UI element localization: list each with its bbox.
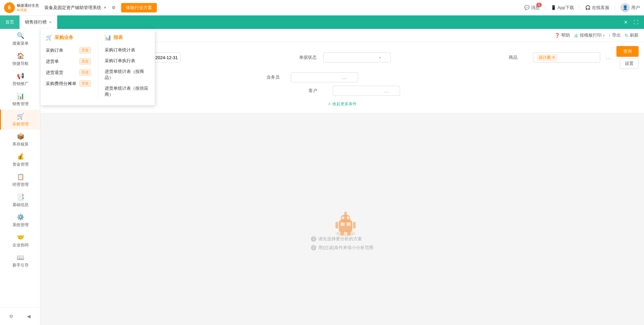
print-icon: 🖨 [574,33,578,38]
dropdown-item-stock-return[interactable]: 进货退货 历史 [46,67,91,78]
empty-illustration [329,205,356,232]
handshake-icon: 🤝 [17,234,24,241]
system-dropdown-arrow[interactable]: ▾ [104,5,106,10]
set-btn[interactable]: 设置 [620,58,639,69]
refresh-icon: ↻ [625,33,629,38]
dropdown-item-report-4[interactable]: 进货单统计表（按供应商） [105,83,150,100]
sidebar-settings-btn[interactable]: ⚙ [4,312,19,321]
search-icon: 🔍 [17,32,24,39]
svg-point-5 [342,216,344,219]
sidebar-item-system[interactable]: ⚙️ 系统管理 [0,210,40,231]
user-avatar: 👤 [620,3,630,12]
message-badge: 5 [536,3,542,7]
online-service-action[interactable]: 🎧 在线客服 [585,5,609,11]
goods-tag-remove[interactable]: ✕ [552,55,555,60]
tip-num-1: 1 [311,236,316,242]
header-center: 装备及固定资产辅助管理系统 ▾ ⚙ 体验行业方案 [44,3,524,12]
tab-maximize-btn[interactable]: ⛶ [632,18,640,26]
app-download-action[interactable]: 📱 App下载 [551,5,574,11]
export-action[interactable]: ↑ 导出 [609,32,621,38]
date-range-input[interactable]: 2024-12-31 [152,52,181,63]
salesperson-select[interactable]: … [291,72,358,82]
goods-more-btn[interactable]: … [604,54,612,60]
sidebar-item-guide[interactable]: 📖 新手引导 [0,251,40,271]
svg-rect-11 [341,231,344,235]
report-column: 📊 报表 采购订单统计表 采购订单执行表 进货单统计表（按商品） 进货单统计表（… [105,34,150,100]
sidebar-item-finance[interactable]: 💰 资金管理 [0,150,40,170]
megaphone-icon: 📢 [17,72,24,80]
salesperson-label: 业务员 [266,74,287,80]
sidebar-item-sales[interactable]: 📊 销售管理 [0,89,40,110]
print-action[interactable]: 🖨 按模板打印 ▾ [574,32,605,38]
message-action[interactable]: 💬 消息 5 [524,5,540,11]
purchase-dropdown-menu: 🛒 采购业务 采购订单 历史 进货单 历史 进货退货 历史 采购费用分摊单 [40,29,155,105]
user-action[interactable]: 👤 用户 [620,3,640,12]
history-badge-2[interactable]: 历史 [79,69,91,76]
svg-rect-2 [341,222,345,226]
chart-icon: 📊 [17,92,24,100]
home-icon: 🏠 [17,52,24,59]
svg-point-8 [344,211,347,214]
collapse-icon: ∧ [328,101,331,106]
doc-status-select[interactable]: ▾ [323,52,391,63]
help-icon: ❓ [554,33,560,38]
header-divider1 [545,5,545,10]
sidebar-item-inventory[interactable]: 📦 库存核算 [0,130,40,150]
header-divider3 [615,5,615,10]
headset-icon: 🎧 [585,5,591,10]
goods-input[interactable]: 设计桑 ✕ [533,52,600,63]
refresh-action[interactable]: ↻ 刷新 [625,32,639,38]
dropdown-item-purchase-order[interactable]: 采购订单 历史 [46,45,91,56]
phone-icon: 📱 [551,5,556,10]
sidebar-item-purchase[interactable]: 🛒 采购管理 [0,110,40,130]
sidebar-bottom: ⚙ ◀ [0,307,40,325]
customer-more[interactable]: … [382,88,390,94]
svg-point-6 [347,216,350,219]
sidebar-item-cooperation[interactable]: 🤝 企业协同 [0,231,40,251]
query-btn-group: 查询 设置 [616,46,639,69]
svg-rect-12 [347,231,351,235]
main-layout: 🔍 搜索菜单 🏠 快捷导航 📢 营销推广 📊 销售管理 🛒 采购管理 📦 库存核… [0,29,644,325]
goods-tag: 设计桑 ✕ [537,54,557,61]
header-divider2 [579,5,580,10]
svg-rect-1 [339,220,352,232]
query-btn[interactable]: 查询 [616,46,639,57]
settings-icon[interactable]: ⚙ [109,3,118,12]
sidebar-item-marketing[interactable]: 📢 营销推广 [0,69,40,89]
print-dropdown-arrow[interactable]: ▾ [603,34,605,37]
purchase-col-icon: 🛒 [46,34,52,41]
tab-close-icon[interactable]: ✕ [49,20,52,25]
doc-status-arrow: ▾ [379,56,381,59]
sidebar-item-basic-info[interactable]: 📑 基础信息 [0,190,40,210]
doc-status-label: 单据状态 [299,54,319,60]
customer-select[interactable]: … [333,86,400,96]
tab-sales-rank[interactable]: 销售排行榜 ✕ [20,15,57,29]
industry-btn[interactable]: 体验行业方案 [121,3,157,12]
dropdown-item-report-1[interactable]: 采购订单统计表 [105,45,150,55]
tab-home[interactable]: 首页 [0,15,20,29]
salesperson-more[interactable]: … [340,74,348,80]
purchase-column: 🛒 采购业务 采购订单 历史 进货单 历史 进货退货 历史 采购费用分摊单 [46,34,91,100]
nav-tabs-bar: 首页 销售排行榜 ✕ ✕ ⛶ [0,15,644,29]
dropdown-item-stock-in[interactable]: 进货单 历史 [46,56,91,67]
sidebar-item-operation[interactable]: 📋 经营管理 [0,170,40,190]
sidebar-item-search[interactable]: 🔍 搜索菜单 [0,29,40,49]
dropdown-item-purchase-expense[interactable]: 采购费用分摊单 历史 [46,78,91,89]
help-action[interactable]: ❓ 帮助 [554,32,570,38]
message-icon: 💬 [524,5,530,10]
dropdown-item-report-2[interactable]: 采购订单执行表 [105,55,150,66]
book-icon: 📖 [17,254,24,261]
dropdown-item-report-3[interactable]: 进货单统计表（按商品） [105,66,150,83]
clipboard-icon: 📋 [17,173,24,180]
customer-label: 客户 [309,88,329,94]
history-badge-3[interactable]: 历史 [79,80,91,87]
tab-close-btn[interactable]: ✕ [622,18,630,26]
sidebar-collapse-btn[interactable]: ◀ [22,312,36,321]
sidebar-item-quick-nav[interactable]: 🏠 快捷导航 [0,49,40,69]
logo-icon: 6 [4,2,15,13]
history-badge-0[interactable]: 历史 [79,47,91,53]
report-col-icon: 📊 [105,34,111,41]
empty-state: 1 请先选择要分析的方案 2 用[过滤]条件来缩小分析范围 [40,113,644,325]
logo-text: 畅捷通好生意 标准版 [17,3,39,12]
history-badge-1[interactable]: 历史 [79,58,91,65]
